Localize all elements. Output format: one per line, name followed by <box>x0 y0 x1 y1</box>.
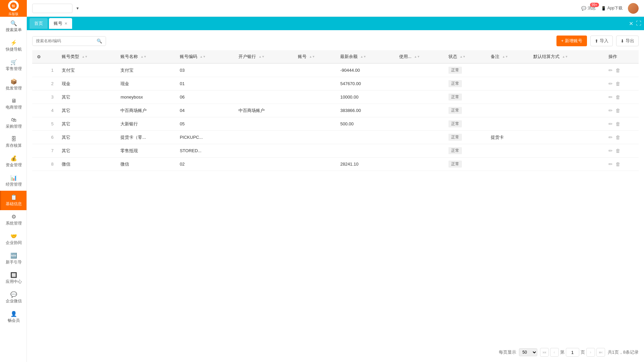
close-all-tabs-icon[interactable]: ✕ <box>629 20 633 27</box>
svg-text:畅: 畅 <box>12 4 15 8</box>
sidebar-item-shortcuts[interactable]: ⚡ 快捷导航 <box>0 36 26 56</box>
edit-icon[interactable]: ✏ <box>608 134 613 140</box>
col-actions: 操作 <box>606 50 639 63</box>
fullscreen-icon[interactable]: ⛶ <box>636 20 641 26</box>
sidebar-item-purchase-label: 采购管理 <box>6 124 22 129</box>
ecommerce-icon: 🖥 <box>2 98 25 104</box>
delete-icon[interactable]: 🗑 <box>615 108 621 113</box>
col-name[interactable]: 账号名称 ▲▼ <box>118 50 177 63</box>
sort-status-icon: ▲▼ <box>460 55 466 58</box>
topbar-dropdown[interactable]: ▾ <box>76 6 79 11</box>
row-usage <box>396 144 446 158</box>
search-input[interactable] <box>33 37 93 45</box>
edit-icon[interactable]: ✏ <box>608 148 613 154</box>
tab-account-close[interactable]: ✕ <box>64 21 67 26</box>
page-prev-button[interactable]: ‹ <box>550 348 559 357</box>
sidebar-item-agreement[interactable]: 🤝 企业协同 <box>0 230 26 249</box>
edit-icon[interactable]: ✏ <box>608 81 613 87</box>
row-bank <box>236 117 295 131</box>
sidebar-item-inventory-label: 库存核算 <box>6 143 22 148</box>
export-icon: ⬇ <box>621 39 624 44</box>
edit-icon[interactable]: ✏ <box>608 67 613 73</box>
page-first-button[interactable]: ⏮ <box>540 348 549 357</box>
add-account-button[interactable]: + 新增账号 <box>556 36 587 46</box>
edit-icon[interactable]: ✏ <box>608 94 613 100</box>
import-button[interactable]: ⬆ 导入 <box>590 36 613 46</box>
sidebar-item-finance[interactable]: 💰 资金管理 <box>0 152 26 171</box>
row-default-settle <box>531 158 606 171</box>
delete-icon[interactable]: 🗑 <box>615 94 621 100</box>
search-button[interactable]: 🔍 <box>93 37 106 46</box>
row-usage <box>396 131 446 144</box>
page-last-button[interactable]: ⏭ <box>596 348 605 357</box>
delete-icon[interactable]: 🗑 <box>615 67 621 73</box>
row-gear <box>32 144 46 158</box>
tab-home[interactable]: 首页 <box>30 18 48 29</box>
sidebar-item-system[interactable]: ⚙ 系统管理 <box>0 210 26 230</box>
topbar-messages[interactable]: 💬 消息 99+ <box>581 5 596 11</box>
edit-icon[interactable]: ✏ <box>608 108 613 114</box>
app-download-label: App下载 <box>607 5 623 11</box>
delete-icon[interactable]: 🗑 <box>615 161 621 167</box>
row-account <box>295 104 338 117</box>
page-size-select[interactable]: 50 100 200 <box>519 348 537 356</box>
row-name: 中百商场账户 <box>118 104 177 117</box>
delete-icon[interactable]: 🗑 <box>615 148 621 154</box>
sidebar-item-enterprise-wechat[interactable]: 💬 企业微信 <box>0 288 26 307</box>
sidebar-item-ecommerce[interactable]: 🖥 电商管理 <box>0 95 26 114</box>
row-num: 2 <box>46 77 59 90</box>
page-input[interactable]: 1 <box>566 348 579 357</box>
sidebar-item-search[interactable]: 🔍 搜索菜单 <box>0 17 26 36</box>
sidebar-item-purchase[interactable]: 🛍 采购管理 <box>0 114 26 133</box>
col-code[interactable]: 账号编码 ▲▼ <box>177 50 236 63</box>
row-remark <box>488 77 531 90</box>
sidebar-item-guide-label: 新手引导 <box>6 260 22 264</box>
col-usage[interactable]: 使用... ▲▼ <box>396 50 446 63</box>
edit-icon[interactable]: ✏ <box>608 161 613 167</box>
delete-icon[interactable]: 🗑 <box>615 81 621 86</box>
sidebar-item-member[interactable]: 👤 畅会员 <box>0 307 26 327</box>
sidebar-item-wholesale-label: 批发管理 <box>6 86 22 90</box>
sidebar-item-operations[interactable]: 📊 经营管理 <box>0 171 26 191</box>
delete-icon[interactable]: 🗑 <box>615 134 621 140</box>
tab-account[interactable]: 账号 ✕ <box>49 18 72 29</box>
topbar-app-download[interactable]: 📱 App下载 <box>601 5 623 11</box>
table-header-row: ⚙ 账号类型 ▲▼ 账号名称 ▲▼ 账号编码 ▲▼ 开户银行 ▲▼ 账号 ▲▼ … <box>32 50 639 63</box>
sidebar-item-basic-info[interactable]: 📋 基础信息 <box>0 191 26 210</box>
col-settings[interactable]: ⚙ <box>32 50 46 63</box>
col-bank[interactable]: 开户银行 ▲▼ <box>236 50 295 63</box>
col-default-settle[interactable]: 默认结算方式 ▲▼ <box>531 50 606 63</box>
edit-icon[interactable]: ✏ <box>608 121 613 127</box>
sidebar-item-retail[interactable]: 🛒 零售管理 <box>0 56 26 75</box>
page-end-label: 页 <box>581 349 585 355</box>
sort-bank-icon: ▲▼ <box>259 55 265 58</box>
wholesale-icon: 📦 <box>2 78 25 85</box>
sort-balance-icon: ▲▼ <box>360 55 366 58</box>
col-status[interactable]: 状态 ▲▼ <box>446 50 488 63</box>
row-balance: 547670.00 <box>337 77 396 90</box>
col-remark[interactable]: 备注 ▲▼ <box>488 50 531 63</box>
row-code: 06 <box>177 90 236 104</box>
sidebar-item-wholesale[interactable]: 📦 批发管理 <box>0 75 26 95</box>
col-account[interactable]: 账号 ▲▼ <box>295 50 338 63</box>
col-type[interactable]: 账号类型 ▲▼ <box>59 50 118 63</box>
export-button[interactable]: ⬇ 导出 <box>616 36 639 46</box>
page-next-button[interactable]: › <box>586 348 595 357</box>
user-avatar[interactable] <box>628 3 639 14</box>
row-name: 现金 <box>118 77 177 90</box>
sidebar-item-app-center[interactable]: 🔲 应用中心 <box>0 268 26 288</box>
row-name: 提货卡（零... <box>118 131 177 144</box>
col-balance[interactable]: 最新余额 ▲▼ <box>337 50 396 63</box>
row-balance <box>337 131 396 144</box>
row-type: 其它 <box>59 90 118 104</box>
row-status: 正常 <box>446 158 488 171</box>
delete-icon[interactable]: 🗑 <box>615 121 621 127</box>
row-num: 7 <box>46 144 59 158</box>
row-code: 03 <box>177 63 236 77</box>
sidebar-item-guide[interactable]: 🆕 新手引导 <box>0 249 26 268</box>
row-default-settle <box>531 90 606 104</box>
row-bank: 中百商场账户 <box>236 104 295 117</box>
sidebar-item-inventory[interactable]: 🗄 库存核算 <box>0 133 26 152</box>
sidebar-item-operations-label: 经营管理 <box>6 182 22 187</box>
topbar-search-input[interactable] <box>32 4 72 13</box>
